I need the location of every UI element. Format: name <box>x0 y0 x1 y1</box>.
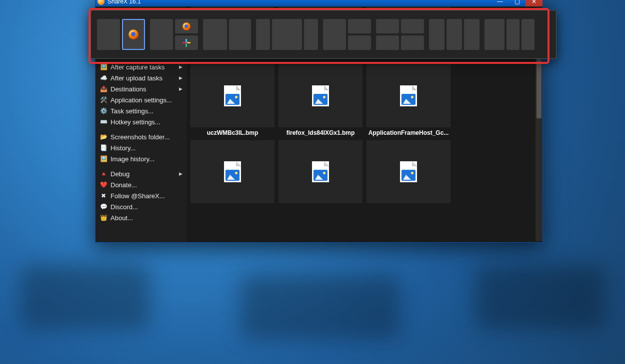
menu-label: After upload tasks <box>110 74 162 82</box>
menu-hotkey-settings[interactable]: ⌨️Hotkey settings... <box>96 116 186 127</box>
menu-label: Discord... <box>110 203 138 211</box>
menu-label: History... <box>110 144 136 152</box>
bmp-file-icon <box>400 85 417 106</box>
grid-item <box>278 140 362 203</box>
snap-slot[interactable] <box>304 19 318 50</box>
snap-slot[interactable] <box>348 19 371 33</box>
snap-slot[interactable] <box>323 19 346 50</box>
cone-icon: 🔺 <box>100 170 108 177</box>
menu-label: Application settings... <box>110 96 172 104</box>
app-icon <box>98 0 104 5</box>
close-button[interactable]: ✕ <box>526 0 542 6</box>
bmp-file-icon <box>224 85 241 106</box>
outbox-icon: 📤 <box>100 85 108 92</box>
snap-slot[interactable] <box>484 19 504 50</box>
titlebar[interactable]: ShareX 16.1 — ▢ ✕ <box>96 0 542 6</box>
grid-item <box>366 140 450 203</box>
firefox-icon <box>128 29 138 39</box>
snap-slot[interactable] <box>150 19 173 50</box>
menu-debug[interactable]: 🔺Debug▶ <box>96 168 186 179</box>
snap-slot[interactable] <box>203 19 227 50</box>
menu-after-capture-tasks[interactable]: 🖼️After capture tasks▶ <box>96 61 186 72</box>
snap-slot[interactable] <box>401 19 424 33</box>
menu-task-settings[interactable]: ⚙️Task settings... <box>96 105 186 116</box>
menu-label: Screenshots folder... <box>110 133 170 141</box>
snap-slot[interactable] <box>97 19 120 50</box>
folder-icon: 📂 <box>100 133 108 140</box>
window-controls: — ▢ ✕ <box>492 0 542 6</box>
menu-destinations[interactable]: 📤Destinations▶ <box>96 83 186 94</box>
menu-after-upload-tasks[interactable]: ☁️After upload tasks▶ <box>96 72 186 83</box>
snap-slot[interactable] <box>464 19 480 50</box>
snap-slot[interactable] <box>229 19 251 50</box>
grid-item: firefox_Ids84IXGx1.bmp <box>278 64 362 136</box>
menu-label: Hotkey settings... <box>110 118 160 126</box>
menu-application-settings[interactable]: 🛠️Application settings... <box>96 94 186 105</box>
chat-icon: 💬 <box>100 203 108 210</box>
gear-icon: ⚙️ <box>100 107 108 114</box>
menu-label: Follow @ShareX... <box>110 192 165 200</box>
snap-slot[interactable] <box>401 35 424 50</box>
thumbnail[interactable] <box>278 140 362 203</box>
x-icon: ✖ <box>100 192 108 199</box>
menu-label: After capture tasks <box>110 63 164 71</box>
menu-discord[interactable]: 💬Discord... <box>96 201 186 212</box>
firefox-icon <box>182 22 190 30</box>
menu-label: Image history... <box>110 155 154 163</box>
desktop-blur-shape <box>20 265 150 330</box>
snap-slot[interactable] <box>348 35 371 50</box>
filename: uczWMBc3IL.bmp <box>207 129 258 136</box>
snap-slot[interactable] <box>256 19 270 50</box>
heart-icon: ❤️ <box>100 181 108 188</box>
snap-group-2-even <box>97 19 145 50</box>
snap-slot[interactable] <box>272 19 302 50</box>
snap-group-3-mid-narrow <box>484 19 534 50</box>
menu-history[interactable]: 📑History... <box>96 142 186 153</box>
menu-follow[interactable]: ✖Follow @ShareX... <box>96 190 186 201</box>
snap-slot[interactable] <box>175 35 198 50</box>
snap-slot[interactable] <box>376 19 399 33</box>
snap-slot[interactable] <box>506 19 520 50</box>
slack-icon <box>182 39 190 47</box>
thumbnail[interactable] <box>190 64 274 127</box>
snap-slot[interactable] <box>175 19 198 33</box>
screen-icon: 🖼️ <box>100 63 108 70</box>
crown-icon: 👑 <box>100 214 108 221</box>
snap-group-left-tall-right-stack <box>323 19 371 50</box>
menu-separator <box>96 164 186 168</box>
snap-group-3-even <box>429 19 480 50</box>
keyboard-icon: ⌨️ <box>100 118 108 125</box>
bmp-file-icon <box>312 85 329 106</box>
minimize-button[interactable]: — <box>492 0 508 6</box>
menu-screenshots-folder[interactable]: 📂Screenshots folder... <box>96 131 186 142</box>
thumbnail[interactable] <box>278 64 362 127</box>
grid-item: uczWMBc3IL.bmp <box>190 64 274 136</box>
menu-image-history[interactable]: 🖼️Image history... <box>96 153 186 164</box>
tools-icon: 🛠️ <box>100 96 108 103</box>
snap-slot[interactable] <box>376 35 399 50</box>
snap-slot[interactable] <box>122 19 145 50</box>
menu-donate[interactable]: ❤️Donate... <box>96 179 186 190</box>
snap-group-wide-narrow <box>203 19 251 50</box>
snap-slot[interactable] <box>522 19 534 50</box>
menu-label: Donate... <box>110 181 137 189</box>
filename: firefox_Ids84IXGx1.bmp <box>286 129 355 136</box>
maximize-button[interactable]: ▢ <box>508 0 526 6</box>
thumbnail[interactable] <box>190 140 274 203</box>
list-icon: 📑 <box>100 144 108 151</box>
submenu-arrow-icon: ▶ <box>179 171 182 176</box>
menu-about[interactable]: 👑About... <box>96 212 186 223</box>
filename: ApplicationFrameHost_Gc... <box>368 129 449 136</box>
snap-slot[interactable] <box>446 19 462 50</box>
grid-item <box>190 140 274 203</box>
snap-group-2x2 <box>376 19 424 50</box>
menu-separator <box>96 127 186 131</box>
thumbnail[interactable] <box>366 140 450 203</box>
submenu-arrow-icon: ▶ <box>179 86 182 91</box>
menu-label: About... <box>110 214 133 222</box>
window-title: ShareX 16.1 <box>108 0 141 5</box>
submenu-arrow-icon: ▶ <box>179 64 182 69</box>
thumbnail[interactable] <box>366 64 450 127</box>
snap-slot[interactable] <box>429 19 444 50</box>
cloud-icon: ☁️ <box>100 74 108 81</box>
